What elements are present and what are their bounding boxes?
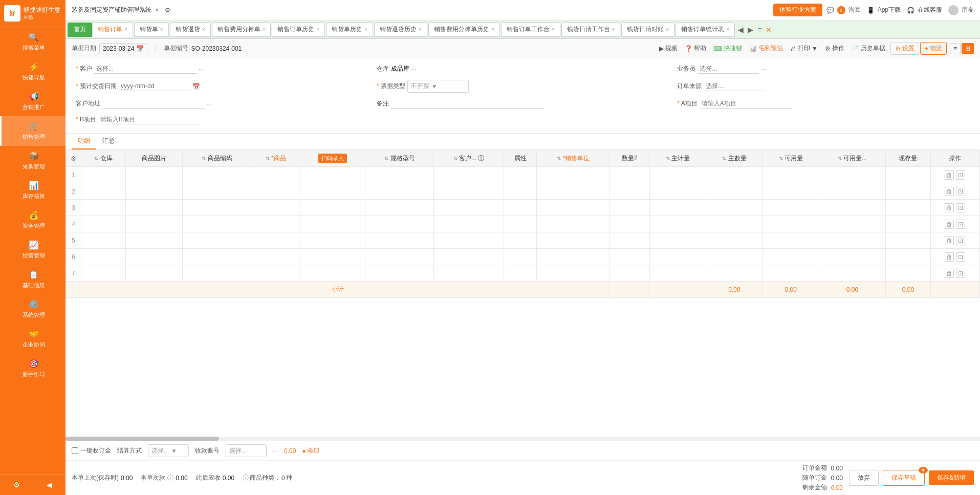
delete-row-icon[interactable]: 🗑 — [945, 170, 954, 180]
delivery-calendar-icon[interactable]: 📅 — [192, 83, 200, 90]
grid-view-btn[interactable]: ⊞ — [962, 43, 974, 54]
cell-spec[interactable] — [365, 183, 434, 200]
date-field[interactable]: 2023-03-24 📅 — [99, 43, 147, 54]
cell-product[interactable] — [251, 200, 300, 216]
sidebar-item-guide[interactable]: 🎯 新手引导 — [0, 354, 66, 383]
note-input[interactable] — [391, 99, 545, 109]
cell-spec[interactable] — [365, 167, 434, 183]
tab-order-history[interactable]: 销售订单历史 × — [272, 23, 325, 37]
cell-code[interactable] — [183, 232, 251, 249]
order-source-input[interactable] — [704, 81, 765, 91]
cell-warehouse[interactable] — [81, 265, 126, 282]
copy-row-icon[interactable]: ⊡ — [956, 187, 965, 196]
cell-spec[interactable] — [365, 216, 434, 232]
cell-warehouse[interactable] — [81, 200, 126, 216]
tab-close-slip-history[interactable]: × — [364, 27, 367, 32]
address-input[interactable] — [102, 99, 205, 109]
sidebar-item-inventory[interactable]: 📊 库存核算 — [0, 176, 66, 205]
cell-main-qty[interactable] — [706, 183, 763, 200]
cell-attr[interactable] — [504, 200, 537, 216]
settings-gear-icon[interactable]: ⚙ — [165, 7, 170, 14]
cell-customer-code[interactable] — [434, 200, 504, 216]
cell-product[interactable] — [251, 249, 300, 265]
customer-more-icon[interactable]: ··· — [199, 66, 204, 73]
delivery-input[interactable] — [119, 81, 190, 91]
cell-attr[interactable] — [504, 249, 537, 265]
shortcut-btn[interactable]: ⌨ 快捷键 — [711, 43, 744, 54]
tab-close-sales-return[interactable]: × — [202, 27, 205, 32]
tab-close-return-history[interactable]: × — [419, 27, 422, 32]
cell-main-qty[interactable] — [706, 216, 763, 232]
copy-row-icon[interactable]: ⊡ — [956, 203, 965, 212]
list-view-btn[interactable]: ≡ — [950, 43, 961, 54]
cell-customer-code[interactable] — [434, 167, 504, 183]
sidebar-item-search[interactable]: 🔍 搜索菜单 — [0, 27, 66, 57]
cell-qty2[interactable] — [610, 200, 650, 216]
tab-close-sales-expense[interactable]: × — [263, 27, 266, 32]
cell-code[interactable] — [183, 216, 251, 232]
tab-summary[interactable]: 汇总 — [96, 134, 121, 149]
quick-deposit-input[interactable] — [72, 447, 78, 454]
th-scan[interactable]: 扫码录入 — [300, 150, 365, 167]
tab-close-sales-order[interactable]: × — [124, 27, 127, 32]
tab-next-icon[interactable]: ▶ — [746, 26, 755, 34]
cell-spec[interactable] — [365, 232, 434, 249]
cell-customer-code[interactable] — [434, 183, 504, 200]
cell-attr[interactable] — [504, 265, 537, 282]
cell-qty2[interactable] — [610, 183, 650, 200]
sidebar-item-marketing[interactable]: 📢 营销推广 — [0, 87, 66, 116]
tab-menu-icon[interactable]: ≡ — [755, 26, 764, 34]
tab-close-order-stats[interactable]: × — [726, 27, 729, 32]
cell-main-qty[interactable] — [706, 265, 763, 282]
print-btn[interactable]: 🖨 打印 ▼ — [788, 43, 820, 54]
th-gear[interactable]: ⚙ — [66, 150, 81, 167]
solution-button[interactable]: 体验行业方案 — [773, 4, 822, 16]
scan-button[interactable]: 扫码录入 — [318, 154, 347, 163]
cell-code[interactable] — [183, 200, 251, 216]
account-more-icon[interactable]: ··· — [273, 447, 278, 455]
tab-return-history[interactable]: 销货退货历史 × — [374, 23, 427, 37]
tab-detail[interactable]: 明细 — [72, 134, 96, 149]
cell-warehouse[interactable] — [81, 167, 126, 183]
online-service-group[interactable]: 🎧 在线客服 — [907, 6, 942, 14]
cell-code[interactable] — [183, 183, 251, 200]
tab-close-all-icon[interactable]: ✕ — [764, 26, 774, 34]
sidebar-item-purchase[interactable]: 📦 采购管理 — [0, 146, 66, 176]
profit-btn[interactable]: 📊 毛利预估 — [747, 43, 785, 54]
app-download-group[interactable]: 📱 App下载 — [867, 6, 901, 14]
tab-order-workbench[interactable]: 销售订单工作台 × — [501, 23, 560, 37]
sidebar-item-system[interactable]: ⚙️ 系统管理 — [0, 294, 66, 324]
cell-code[interactable] — [183, 249, 251, 265]
cell-attr[interactable] — [504, 183, 537, 200]
tab-sales-return[interactable]: 销货退货 × — [170, 23, 211, 37]
cell-qty2[interactable] — [610, 265, 650, 282]
project-a-input[interactable] — [700, 99, 792, 109]
tab-sales-slip[interactable]: 销货单 × — [134, 23, 169, 37]
tab-close-expense-history[interactable]: × — [491, 27, 494, 32]
sidebar-item-operation[interactable]: 📈 经营管理 — [0, 235, 66, 265]
tab-daily-workbench[interactable]: 钱货日清工作台 × — [561, 23, 621, 37]
add-deposit-btn[interactable]: ● 添加 — [302, 446, 319, 455]
tab-close-sales-slip[interactable]: × — [160, 27, 163, 32]
delete-row-icon[interactable]: 🗑 — [945, 220, 954, 229]
cell-unit[interactable] — [537, 216, 610, 232]
tab-home[interactable]: 首页 — [68, 23, 92, 37]
cell-code[interactable] — [183, 167, 251, 183]
cell-qty2[interactable] — [610, 232, 650, 249]
operation-btn[interactable]: ⚙ 操作 — [823, 43, 846, 54]
customer-input[interactable] — [94, 64, 197, 74]
sidebar-item-quicknav[interactable]: ⚡ 快捷导航 — [0, 57, 66, 87]
horizontal-scrollbar[interactable] — [66, 437, 980, 441]
title-dropdown-icon[interactable]: ▼ — [155, 7, 160, 13]
cell-product[interactable] — [251, 216, 300, 232]
cell-code[interactable] — [183, 265, 251, 282]
cell-main-qty[interactable] — [706, 249, 763, 265]
delete-row-icon[interactable]: 🗑 — [945, 236, 954, 245]
tab-close-order-workbench[interactable]: × — [552, 27, 555, 32]
sidebar-item-sales[interactable]: 🛒 销售管理 — [0, 116, 66, 146]
tab-daily-reconcile[interactable]: 钱货日清对账 × — [621, 23, 674, 37]
delete-row-icon[interactable]: 🗑 — [945, 187, 954, 196]
delete-row-icon[interactable]: 🗑 — [945, 252, 954, 262]
history-btn[interactable]: 📄 历史单据 — [850, 43, 887, 54]
copy-row-icon[interactable]: ⊡ — [956, 252, 965, 262]
